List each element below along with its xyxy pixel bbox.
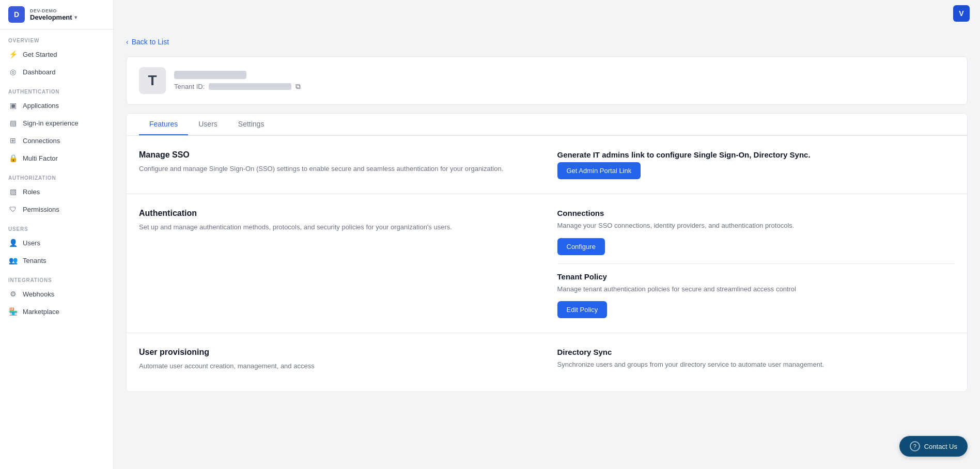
sidebar-item-label-users: Users (23, 239, 40, 247)
sidebar-section-integrations: INTEGRATIONS (0, 269, 113, 285)
sidebar-header[interactable]: D DEV-DEMO Development ▾ (0, 0, 113, 29)
feature-right-title-authentication-connections-0: Connections (557, 209, 955, 217)
sidebar-logo: D (8, 6, 25, 23)
content-area: ‹ Back to List T Tenant ID: ⧉ FeaturesUs… (114, 27, 980, 402)
sidebar-item-label-applications: Applications (23, 102, 59, 110)
sidebar-item-applications[interactable]: ▣Applications (0, 97, 113, 114)
feature-right-title-manage-sso-0: Generate IT admins link to configure Sin… (557, 150, 955, 159)
sidebar-section-overview: OVERVIEW (0, 29, 113, 45)
feature-desc-authentication-connections: Set up and manage authentication methods… (139, 222, 537, 232)
tenant-id-label: Tenant ID: (174, 83, 205, 90)
feature-section-manage-sso: Manage SSOConfigure and manage Single Si… (127, 136, 967, 194)
feature-desc-user-provisioning: Automate user account creation, manageme… (139, 361, 537, 371)
sidebar-item-sign-in-experience[interactable]: ▤Sign-in experience (0, 114, 113, 132)
contact-circle-icon: ? (910, 441, 920, 451)
sidebar-item-label-permissions: Permissions (23, 206, 59, 213)
get-started-icon: ⚡ (8, 50, 18, 59)
sidebar-item-multi-factor[interactable]: 🔒Multi Factor (0, 149, 113, 167)
sidebar-item-label-multi-factor: Multi Factor (23, 154, 58, 162)
feature-section-user-provisioning: User provisioningAutomate user account c… (127, 333, 967, 392)
tab-users[interactable]: Users (188, 114, 228, 135)
sidebar-section-authorization: AUTHORIZATION (0, 167, 113, 183)
sign-in-experience-icon: ▤ (8, 118, 18, 128)
sidebar-item-label-get-started: Get Started (23, 51, 57, 58)
connections-icon: ⊞ (8, 136, 18, 145)
back-to-list-link[interactable]: ‹ Back to List (126, 38, 169, 46)
tenant-card: T Tenant ID: ⧉ (126, 56, 968, 105)
tenant-id-row: Tenant ID: ⧉ (174, 82, 301, 91)
sidebar-item-label-sign-in-experience: Sign-in experience (23, 119, 79, 127)
feature-right-desc-authentication-connections-0: Manage your SSO connections, identity pr… (557, 221, 955, 231)
feature-right-title-authentication-connections-1: Tenant Policy (557, 272, 955, 281)
dashboard-icon: ◎ (8, 67, 18, 76)
roles-icon: ▨ (8, 187, 18, 196)
chevron-down-icon: ▾ (74, 14, 77, 20)
applications-icon: ▣ (8, 101, 18, 110)
feature-right-user-provisioning: Directory SyncSynchronize users and grou… (557, 348, 955, 377)
feature-title-manage-sso: Manage SSO (139, 150, 537, 160)
feature-right-manage-sso: Generate IT admins link to configure Sin… (557, 150, 955, 179)
feature-right-authentication-connections: ConnectionsManage your SSO connections, … (557, 209, 955, 318)
sidebar-item-roles[interactable]: ▨Roles (0, 183, 113, 200)
feature-left-authentication-connections: AuthenticationSet up and manage authenti… (139, 209, 537, 318)
copy-icon[interactable]: ⧉ (295, 82, 301, 91)
sidebar-brand: DEV-DEMO Development ▾ (30, 8, 77, 21)
sidebar-item-label-roles: Roles (23, 188, 40, 196)
button-configure[interactable]: Configure (557, 238, 605, 255)
feature-desc-manage-sso: Configure and manage Single Sign-On (SSO… (139, 164, 537, 174)
feature-section-authentication-connections: AuthenticationSet up and manage authenti… (127, 194, 967, 333)
feature-sections: Manage SSOConfigure and manage Single Si… (127, 136, 967, 392)
sidebar-nav: OVERVIEW⚡Get Started◎DashboardAUTHENTICA… (0, 29, 113, 320)
sidebar-item-label-connections: Connections (23, 137, 60, 145)
sidebar-item-tenants[interactable]: 👥Tenants (0, 252, 113, 269)
sidebar-item-users[interactable]: 👤Users (0, 234, 113, 252)
sidebar-section-users: USERS (0, 218, 113, 234)
main-tabs: FeaturesUsersSettings (139, 114, 967, 135)
sidebar-item-connections[interactable]: ⊞Connections (0, 132, 113, 149)
feature-right-desc-authentication-connections-1: Manage tenant authentication policies fo… (557, 284, 955, 294)
sidebar-item-label-dashboard: Dashboard (23, 68, 56, 76)
contact-us-button[interactable]: ? Contact Us (899, 436, 968, 457)
tenant-name (174, 71, 246, 79)
sidebar-item-label-marketplace: Marketplace (23, 308, 59, 316)
feature-right-desc-user-provisioning-0: Synchronize users and groups from your d… (557, 359, 955, 370)
sidebar-item-get-started[interactable]: ⚡Get Started (0, 45, 113, 63)
tabs-wrapper: FeaturesUsersSettings (127, 114, 967, 136)
user-avatar[interactable]: V (953, 5, 970, 22)
users-icon: 👤 (8, 238, 18, 247)
button-edit-policy[interactable]: Edit Policy (557, 301, 608, 318)
sidebar-item-webhooks[interactable]: ⚙Webhooks (0, 285, 113, 303)
tenants-icon: 👥 (8, 256, 18, 265)
feature-left-manage-sso: Manage SSOConfigure and manage Single Si… (139, 150, 537, 179)
sidebar-item-marketplace[interactable]: 🏪Marketplace (0, 303, 113, 320)
sidebar-item-permissions[interactable]: 🛡Permissions (0, 200, 113, 218)
feature-right-title-user-provisioning-0: Directory Sync (557, 348, 955, 356)
feature-title-user-provisioning: User provisioning (139, 348, 537, 357)
tab-settings[interactable]: Settings (228, 114, 275, 135)
marketplace-icon: 🏪 (8, 307, 18, 316)
sidebar-section-authentication: AUTHENTICATION (0, 81, 113, 97)
sidebar-item-label-tenants: Tenants (23, 257, 46, 264)
sidebar: D DEV-DEMO Development ▾ OVERVIEW⚡Get St… (0, 0, 114, 469)
tenant-avatar: T (139, 67, 166, 94)
feature-left-user-provisioning: User provisioningAutomate user account c… (139, 348, 537, 377)
multi-factor-icon: 🔒 (8, 153, 18, 163)
sidebar-item-dashboard[interactable]: ◎Dashboard (0, 63, 113, 81)
sidebar-brand-tag: DEV-DEMO (30, 8, 77, 13)
button-get-admin-portal-link[interactable]: Get Admin Portal Link (557, 162, 641, 179)
topbar: V (114, 0, 980, 27)
chevron-left-icon: ‹ (126, 38, 129, 46)
permissions-icon: 🛡 (8, 205, 18, 214)
tenant-info: Tenant ID: ⧉ (174, 71, 301, 91)
main-content: V ‹ Back to List T Tenant ID: ⧉ (114, 0, 980, 469)
sidebar-brand-name: Development ▾ (30, 13, 77, 21)
webhooks-icon: ⚙ (8, 289, 18, 299)
feature-title-authentication-connections: Authentication (139, 209, 537, 218)
features-card: FeaturesUsersSettings Manage SSOConfigur… (126, 113, 968, 392)
sidebar-item-label-webhooks: Webhooks (23, 290, 54, 298)
tenant-id-value (209, 83, 291, 90)
tab-features[interactable]: Features (139, 114, 188, 135)
divider-authentication-connections-1 (557, 263, 955, 264)
